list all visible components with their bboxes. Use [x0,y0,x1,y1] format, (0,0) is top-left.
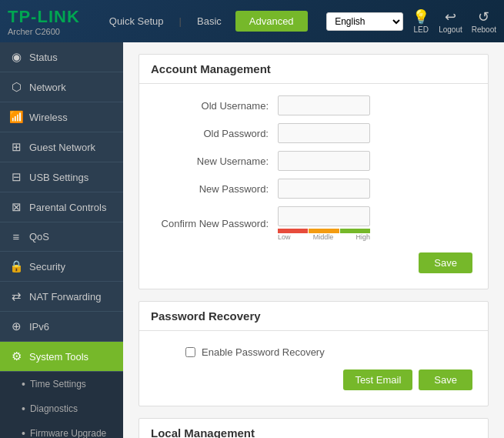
reboot-label: Reboot [472,25,496,34]
tab-quick-setup[interactable]: Quick Setup [95,11,178,32]
main: ◉ Status ⬡ Network 📶 Wireless ⊞ Guest Ne… [0,42,504,438]
nav-separator: | [179,15,182,27]
security-icon: 🔒 [9,259,23,273]
logout-icon: ↩ [445,8,456,25]
account-management-body: Old Username: Old Password: New Username… [139,84,488,289]
content-area: Account Management Old Username: Old Pas… [123,42,504,438]
account-management-title: Account Management [139,55,488,84]
wireless-icon: 📶 [9,110,23,124]
sidebar-item-network[interactable]: ⬡ Network [0,72,123,102]
sidebar-item-status[interactable]: ◉ Status [0,42,123,72]
new-password-row: New Password: [155,179,472,199]
ipv6-icon: ⊕ [9,319,23,333]
logo-tp: TP-LINK [8,7,80,27]
confirm-password-row: Confirm New Password: Low Middle [155,206,472,241]
password-recovery-body: Enable Password Recovery Test Email Save [139,331,488,406]
sidebar-item-nat-forwarding[interactable]: ⇄ NAT Forwarding [0,282,123,312]
sidebar-sub-diagnostics[interactable]: Diagnostics [0,396,123,421]
old-username-label: Old Username: [155,100,278,112]
sidebar-item-label: IPv6 [29,321,49,333]
local-management-title: Local Management [139,419,488,438]
reboot-icon: ↺ [478,8,489,25]
confirm-password-label: Confirm New Password: [155,218,278,229]
sidebar-item-label: Network [29,82,66,93]
led-icon: 💡 [412,8,429,25]
reboot-btn[interactable]: ↺ Reboot [472,8,496,34]
old-password-row: Old Password: [155,123,472,143]
password-recovery-title: Password Recovery [139,302,488,331]
password-recovery-section: Password Recovery Enable Password Recove… [139,301,489,406]
new-username-label: New Username: [155,155,278,167]
system-tools-icon: ⚙ [9,349,23,363]
new-password-input[interactable] [278,179,370,199]
sidebar: ◉ Status ⬡ Network 📶 Wireless ⊞ Guest Ne… [0,42,123,438]
old-username-row: Old Username: [155,95,472,115]
account-save-row: Save [155,249,472,277]
enable-password-recovery-label[interactable]: Enable Password Recovery [202,346,325,358]
new-username-input[interactable] [278,151,370,171]
account-management-section: Account Management Old Username: Old Pas… [139,54,489,289]
header: TP-LINK Archer C2600 Quick Setup | Basic… [0,0,504,42]
strength-low-label: Low [278,233,291,241]
account-save-button[interactable]: Save [419,252,472,273]
logo-model: Archer C2600 [8,27,80,36]
tab-advanced[interactable]: Advanced [235,11,308,32]
sidebar-item-label: Status [29,52,58,63]
sidebar-item-label: QoS [29,231,49,242]
password-recovery-btn-row: Test Email Save [155,366,472,394]
password-strength-wrapper: Low Middle High [278,206,370,241]
sidebar-sub-menu: Time Settings Diagnostics Firmware Upgra… [0,372,123,438]
sidebar-item-wireless[interactable]: 📶 Wireless [0,102,123,132]
logout-btn[interactable]: ↩ Logout [439,8,462,34]
old-username-input[interactable] [278,95,370,115]
password-recovery-save-button[interactable]: Save [419,369,472,390]
enable-password-recovery-row: Enable Password Recovery [155,343,472,366]
time-settings-label: Time Settings [30,379,86,390]
old-password-label: Old Password: [155,128,278,139]
sidebar-item-parental-controls[interactable]: ⊠ Parental Controls [0,192,123,222]
old-password-input[interactable] [278,123,370,143]
sidebar-item-qos[interactable]: ≡ QoS [0,222,123,252]
sidebar-sub-time-settings[interactable]: Time Settings [0,372,123,396]
nav-tabs: Quick Setup | Basic Advanced [95,11,326,32]
content-inner: Account Management Old Username: Old Pas… [123,42,504,438]
test-email-button[interactable]: Test Email [343,369,412,390]
sidebar-item-ipv6[interactable]: ⊕ IPv6 [0,312,123,342]
strength-middle-label: Middle [313,233,334,241]
sidebar-item-label: USB Settings [29,172,88,183]
status-icon: ◉ [9,50,23,64]
diagnostics-label: Diagnostics [30,403,78,414]
new-password-label: New Password: [155,183,278,195]
guest-network-icon: ⊞ [9,140,23,154]
logo-area: TP-LINK Archer C2600 [8,7,80,36]
password-strength-labels: Low Middle High [278,233,370,241]
language-select[interactable]: English [326,12,403,31]
sidebar-item-label: Guest Network [29,142,95,153]
enable-password-recovery-checkbox[interactable] [185,347,195,357]
nat-icon: ⇄ [9,289,23,303]
logout-label: Logout [439,25,462,34]
parental-controls-icon: ⊠ [9,200,23,214]
sidebar-sub-firmware-upgrade[interactable]: Firmware Upgrade [0,421,123,438]
led-label: LED [413,25,428,34]
sidebar-item-label: NAT Forwarding [29,291,101,303]
network-icon: ⬡ [9,80,23,94]
sidebar-item-label: Wireless [29,112,68,123]
qos-icon: ≡ [9,230,23,243]
sidebar-item-label: System Tools [29,351,88,363]
header-right: English 💡 LED ↩ Logout ↺ Reboot [326,8,496,34]
firmware-upgrade-label: Firmware Upgrade [30,428,106,438]
usb-icon: ⊟ [9,170,23,184]
led-icon-btn[interactable]: 💡 LED [412,8,429,34]
tab-basic[interactable]: Basic [183,11,235,32]
sidebar-item-label: Security [29,261,65,272]
sidebar-item-label: Parental Controls [29,202,106,213]
sidebar-item-guest-network[interactable]: ⊞ Guest Network [0,132,123,162]
sidebar-item-security[interactable]: 🔒 Security [0,252,123,282]
strength-high-label: High [355,233,370,241]
sidebar-item-usb-settings[interactable]: ⊟ USB Settings [0,162,123,192]
sidebar-item-system-tools[interactable]: ⚙ System Tools [0,342,123,372]
local-management-section: Local Management Access for All LANConne… [139,418,489,438]
new-username-row: New Username: [155,151,472,171]
confirm-password-input[interactable] [278,206,370,226]
